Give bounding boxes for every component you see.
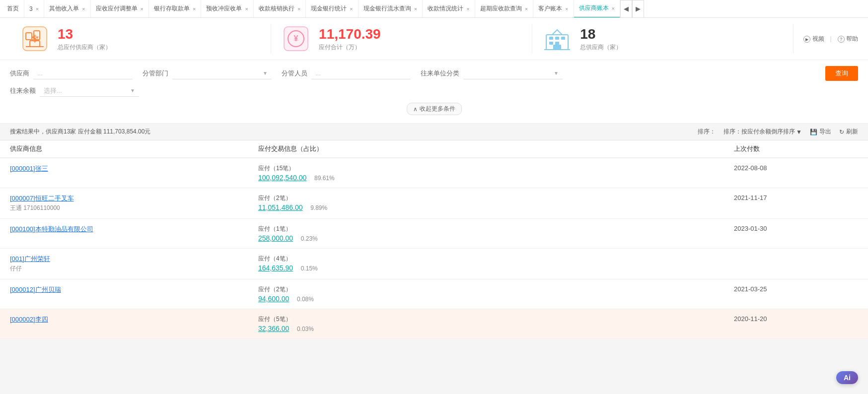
svg-text:¥: ¥ (294, 34, 298, 43)
dept-filter-select[interactable]: ▼ (172, 67, 272, 79)
sort-label: 排序： (698, 128, 716, 136)
category-filter-select[interactable]: ▼ (463, 67, 563, 79)
ap-amount-number: 11,170.39 (319, 26, 381, 43)
supplier-link-000001[interactable]: [000001]张三 (10, 164, 258, 173)
ap-suppliers-icon: ❄ (20, 24, 50, 54)
nav-tab-cash-bank-stats-label: 现金银行统计 (311, 4, 347, 13)
collapse-button[interactable]: ∧ 收起更多条件 (407, 103, 462, 115)
ap-amount-content: 11,170.39 应付合计（万） (319, 26, 381, 52)
transaction-info-cell: 应付（4笔） 164,635.90 0.15% (258, 255, 734, 272)
stats-bar: ❄ 13 总应付供应商（家） ¥ 11,170.39 应付合计（万） (0, 18, 868, 60)
nav-tab-collection-verify-close[interactable]: × (297, 6, 300, 12)
export-icon: 💾 (810, 129, 817, 135)
nav-tab-supplier-ledger[interactable]: 供应商账本 × (574, 0, 620, 18)
tx-amount-000002[interactable]: 32,366.00 (258, 325, 289, 332)
tx-amount-000001[interactable]: 100,092,540.00 (258, 174, 306, 182)
nav-tab-prepay[interactable]: 预收冲应收单 × (201, 0, 253, 18)
stat-ap-amount: ¥ 11,170.39 应付合计（万） (271, 24, 532, 54)
nav-tab-overdue-query-close[interactable]: × (525, 6, 528, 12)
nav-tab-ar-ap-adjust-close[interactable]: × (141, 6, 144, 12)
stat-total-suppliers: 18 总供应商（家） (532, 24, 794, 54)
supplier-link-000100[interactable]: [000100]本特勤油品有限公司 (10, 225, 258, 234)
nav-tab-cash-bank-stats-close[interactable]: × (350, 6, 353, 12)
svg-rect-15 (553, 45, 561, 50)
person-filter-input[interactable] (311, 67, 411, 79)
table-row: [001]广州荣轩 仔仔 应付（4笔） 164,635.90 0.15% (0, 249, 868, 279)
nav-tab-collection-stats[interactable]: 收款情况统计 × (423, 0, 475, 18)
nav-tab-ar-ap-adjust[interactable]: 应收应付调整单 × (91, 0, 149, 18)
supplier-link-000002[interactable]: [000002]李四 (10, 315, 258, 324)
ap-suppliers-number: 13 (58, 26, 111, 43)
nav-left-arrow[interactable]: ◀ (620, 0, 632, 18)
last-pay-date-000001: 2022-08-08 (734, 164, 767, 172)
tx-label-000100: 应付（1笔） (258, 225, 734, 233)
tx-label-000012: 应付（2笔） (258, 285, 734, 294)
nav-tab-other-income[interactable]: 其他收入单 × (44, 0, 90, 18)
svg-rect-10 (549, 37, 553, 40)
col-header-supplier: 供应商信息 (10, 144, 258, 153)
filter-person: 分管人员 (282, 67, 411, 79)
nav-tab-other-income-close[interactable]: × (82, 6, 85, 12)
result-bar: 搜索结果中，供应商13家 应付金额 111,703,854.00元 排序： 排序… (0, 124, 868, 140)
balance-filter-select[interactable]: ▼ (40, 85, 139, 97)
export-label: 导出 (819, 128, 831, 136)
nav-tab-overdue-query[interactable]: 超期应收款查询 × (475, 0, 533, 18)
nav-tab-supplier-ledger-close[interactable]: × (612, 5, 615, 11)
table-row: [000001]张三 应付（15笔） 100,092,540.00 89.61%… (0, 158, 868, 188)
nav-tab-collection-stats-close[interactable]: × (466, 6, 469, 12)
refresh-button[interactable]: ↻ 刷新 (839, 128, 858, 136)
sort-select[interactable]: 排序：按应付余额倒序排序 ▼ (723, 128, 802, 136)
supplier-filter-input[interactable] (33, 67, 133, 79)
nav-tab-cash-bank-flow-close[interactable]: × (414, 6, 417, 12)
table-row: [000100]本特勤油品有限公司 应付（1笔） 258,000.00 0.23… (0, 219, 868, 249)
tx-percent-001: 0.15% (301, 265, 318, 272)
nav-tab-overdue-query-label: 超期应收款查询 (480, 4, 522, 13)
nav-tab-3[interactable]: 3 × (24, 0, 44, 18)
query-button[interactable]: 查询 (825, 66, 858, 81)
export-button[interactable]: 💾 导出 (810, 128, 831, 136)
last-pay-date-000007: 2021-11-17 (734, 194, 767, 201)
total-suppliers-number: 18 (580, 26, 622, 43)
last-pay-cell-000012: 2021-03-25 (734, 285, 858, 293)
video-link[interactable]: ▶ 视频 (803, 35, 824, 43)
svg-rect-13 (549, 42, 553, 45)
tx-amount-000007[interactable]: 11,051,486.00 (258, 203, 303, 211)
tx-amount-000100[interactable]: 258,000.00 (258, 234, 293, 242)
category-dropdown-arrow: ▼ (554, 70, 559, 76)
total-suppliers-label: 总供应商（家） (580, 43, 622, 52)
transaction-info-cell: 应付（5笔） 32,366.00 0.03% (258, 315, 734, 332)
result-bar-right: 排序： 排序：按应付余额倒序排序 ▼ 💾 导出 ↻ 刷新 (698, 128, 858, 136)
nav-tab-customer-ledger-close[interactable]: × (565, 6, 568, 12)
nav-tab-bank-deposit[interactable]: 银行存取款单 × (149, 0, 201, 18)
tx-label-001: 应付（4笔） (258, 255, 734, 263)
supplier-info-cell: [000002]李四 (10, 315, 258, 325)
nav-tab-supplier-ledger-label: 供应商账本 (579, 4, 609, 12)
supplier-info-cell: [000001]张三 (10, 164, 258, 174)
transaction-info-cell: 应付（15笔） 100,092,540.00 89.61% (258, 164, 734, 182)
nav-tab-collection-verify[interactable]: 收款核销执行 × (254, 0, 306, 18)
supplier-link-000007[interactable]: [000007]恒旺二手叉车 (10, 194, 258, 203)
tx-amount-001[interactable]: 164,635.90 (258, 264, 293, 272)
nav-right-arrow[interactable]: ▶ (632, 0, 644, 18)
nav-tab-prepay-close[interactable]: × (245, 6, 248, 12)
supplier-link-001[interactable]: [001]广州荣轩 (10, 255, 258, 263)
svg-rect-12 (561, 37, 565, 40)
help-link[interactable]: ? 帮助 (838, 35, 858, 43)
nav-tab-home[interactable]: 首页 (2, 0, 24, 18)
nav-tab-bank-deposit-close[interactable]: × (193, 6, 196, 12)
nav-tab-3-close[interactable]: × (36, 6, 39, 12)
stat-ap-suppliers: ❄ 13 总应付供应商（家） (10, 24, 271, 54)
person-filter-label: 分管人员 (282, 69, 307, 78)
supplier-link-000012[interactable]: [000012]广州贝瑞 (10, 285, 258, 294)
table-row: [000002]李四 应付（5笔） 32,366.00 0.03% 2020-1… (0, 309, 868, 339)
help-circle-icon: ? (838, 36, 845, 43)
tx-amount-000012[interactable]: 94,600.00 (258, 295, 289, 303)
video-circle-icon: ▶ (803, 36, 810, 43)
tx-percent-000012: 0.08% (297, 296, 314, 303)
nav-tab-cash-bank-flow[interactable]: 现金银行流水查询 × (359, 0, 423, 18)
top-navigation: 首页 3 × 其他收入单 × 应收应付调整单 × 银行存取款单 × 预收冲应收单… (0, 0, 868, 18)
nav-tab-cash-bank-stats[interactable]: 现金银行统计 × (306, 0, 358, 18)
balance-dropdown-arrow: ▼ (130, 88, 135, 93)
nav-tab-customer-ledger[interactable]: 客户账本 × (533, 0, 574, 18)
last-pay-cell-000100: 2023-01-30 (734, 225, 858, 232)
